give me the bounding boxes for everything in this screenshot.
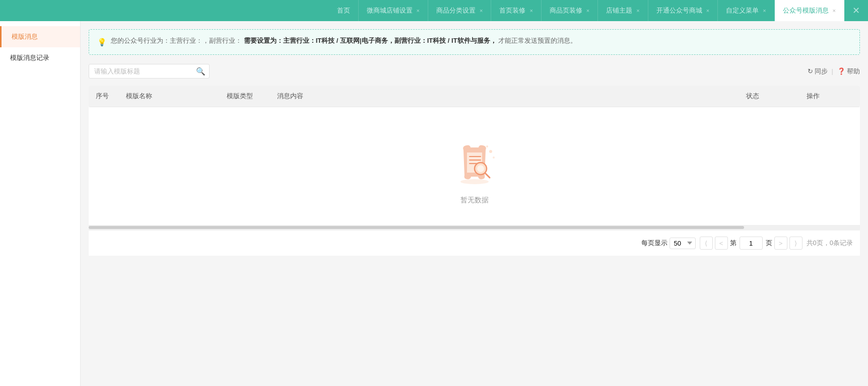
- tab-bar-close-all[interactable]: ✕: [844, 5, 868, 16]
- empty-text: 暂无数据: [460, 196, 489, 205]
- tab-item-category-settings[interactable]: 商品分类设置×: [428, 0, 491, 21]
- svg-point-5: [477, 165, 484, 172]
- tab-close-custom-menu[interactable]: ×: [763, 8, 766, 14]
- pipe-divider: |: [832, 67, 833, 75]
- tab-item-product-decor[interactable]: 商品页装修×: [542, 0, 598, 21]
- help-icon: ❓: [837, 67, 845, 75]
- table-scrollbar-thumb[interactable]: [89, 226, 744, 229]
- sidebar-item-template-message[interactable]: 模版消息: [0, 26, 80, 47]
- svg-point-9: [486, 145, 488, 147]
- next-page-button[interactable]: >: [774, 237, 787, 250]
- page-size-selector: 每页显示 102050100: [641, 238, 696, 249]
- main-layout: 模版消息模版消息记录 💡 您的公众号行业为：主营行业：，副营行业： 需要设置为：…: [0, 21, 868, 386]
- sync-button[interactable]: ↻ 同步: [808, 67, 828, 76]
- tab-close-product-decor[interactable]: ×: [586, 8, 589, 14]
- tab-item-custom-menu[interactable]: 自定义菜单×: [718, 0, 774, 21]
- page-input-group: 第 页: [730, 237, 772, 250]
- data-table: 序号模版名称模版类型消息内容状态操作: [89, 86, 860, 107]
- tab-item-open-wechat-mall[interactable]: 开通公众号商城×: [648, 0, 718, 21]
- page-prefix-label: 第: [730, 239, 737, 248]
- sidebar-item-template-record[interactable]: 模版消息记录: [0, 47, 80, 68]
- table-scrollbar[interactable]: [89, 225, 860, 230]
- info-banner-text: 您的公众号行业为：主营行业：，副营行业： 需要设置为：主营行业：IT科技 / 互…: [111, 36, 577, 46]
- search-input-wrap: 🔍: [89, 64, 210, 79]
- tab-close-store-theme[interactable]: ×: [636, 8, 639, 14]
- bulb-icon: 💡: [97, 36, 107, 48]
- svg-point-0: [460, 179, 489, 184]
- tab-bar: 首页微商城店铺设置×商品分类设置×首页装修×商品页装修×店铺主题×开通公众号商城…: [0, 0, 868, 21]
- tab-close-template-message[interactable]: ×: [833, 8, 836, 14]
- col-header-name: 模版名称: [119, 86, 220, 107]
- content-area: 💡 您的公众号行业为：主营行业：，副营行业： 需要设置为：主营行业：IT科技 /…: [81, 21, 868, 386]
- svg-point-8: [493, 157, 495, 159]
- search-right: ↻ 同步 | ❓ 帮助: [808, 67, 860, 76]
- page-number-input[interactable]: [740, 237, 763, 250]
- tab-close-category-settings[interactable]: ×: [480, 8, 483, 14]
- tab-item-home-decor[interactable]: 首页装修×: [491, 0, 541, 21]
- tab-item-home[interactable]: 首页: [329, 0, 359, 21]
- sync-icon: ↻: [808, 67, 813, 75]
- col-header-type: 模版类型: [220, 86, 270, 107]
- info-banner: 💡 您的公众号行业为：主营行业：，副营行业： 需要设置为：主营行业：IT科技 /…: [89, 29, 860, 55]
- first-page-button[interactable]: ⟨: [700, 237, 713, 250]
- tab-item-template-message[interactable]: 公众号模版消息×: [775, 0, 844, 21]
- svg-line-6: [485, 173, 490, 178]
- page-suffix-label: 页: [766, 239, 772, 248]
- search-left: 🔍: [89, 64, 210, 79]
- help-button[interactable]: ❓ 帮助: [837, 67, 860, 76]
- col-header-action: 操作: [799, 86, 860, 107]
- col-header-seq: 序号: [89, 86, 119, 107]
- last-page-button[interactable]: ⟩: [789, 237, 803, 250]
- pagination-nav: ⟨ < 第 页 > ⟩: [700, 237, 803, 250]
- svg-point-7: [489, 150, 492, 153]
- col-header-status: 状态: [739, 86, 799, 107]
- table-header: 序号模版名称模版类型消息内容状态操作: [89, 86, 860, 107]
- empty-state: 暂无数据: [89, 107, 860, 225]
- tab-item-store-theme[interactable]: 店铺主题×: [598, 0, 648, 21]
- table-header-row: 序号模版名称模版类型消息内容状态操作: [89, 86, 860, 107]
- tab-close-home-decor[interactable]: ×: [529, 8, 532, 14]
- page-size-label: 每页显示: [641, 239, 667, 248]
- prev-page-button[interactable]: <: [715, 237, 728, 250]
- tab-close-shop-settings[interactable]: ×: [417, 8, 420, 14]
- search-input[interactable]: [89, 64, 210, 79]
- col-header-content: 消息内容: [270, 86, 739, 107]
- search-button[interactable]: 🔍: [196, 67, 206, 76]
- sidebar: 模版消息模版消息记录: [0, 21, 81, 386]
- tab-item-shop-settings[interactable]: 微商城店铺设置×: [359, 0, 428, 21]
- page-size-select[interactable]: 102050100: [670, 238, 696, 249]
- tab-close-open-wechat-mall[interactable]: ×: [706, 8, 709, 14]
- pagination: 每页显示 102050100 ⟨ < 第 页 > ⟩ 共0页，0条记录: [89, 230, 860, 256]
- search-bar: 🔍 ↻ 同步 | ❓ 帮助: [89, 64, 860, 79]
- page-total: 共0页，0条记录: [807, 239, 853, 248]
- empty-illustration: [449, 137, 500, 188]
